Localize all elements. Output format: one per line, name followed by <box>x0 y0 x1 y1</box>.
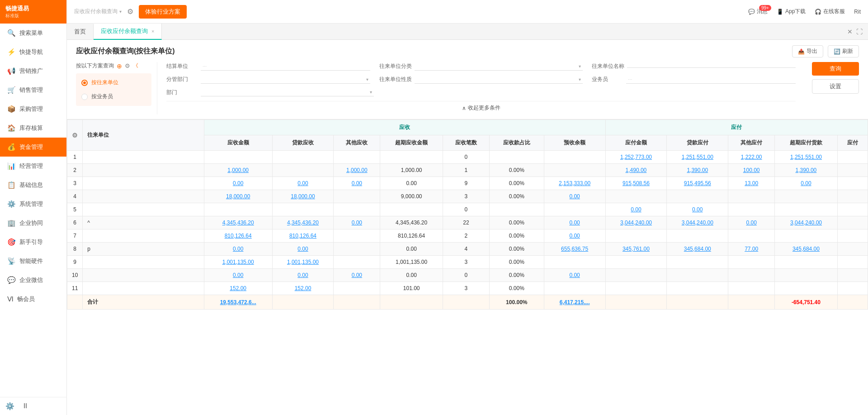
sidebar-item-marketing[interactable]: 📢 营销推广 <box>0 62 66 81</box>
footer-ar-amount[interactable]: 19,553,472,6... <box>204 295 272 310</box>
unit-name-input[interactable] <box>627 65 796 68</box>
tab-ar-query[interactable]: 应收应付余额查询 × <box>94 24 162 40</box>
hardware-icon: 📡 <box>7 257 16 265</box>
user-name[interactable]: Rit <box>854 9 861 15</box>
footer-label: 合计 <box>83 295 204 310</box>
col-ar-overdue: 超期应收金额 <box>380 135 443 151</box>
table-row: 7810,126.64810,126.64810,126.6420.00%0.0… <box>67 229 868 243</box>
sidebar-bottom: ⚙️ ⏸ <box>0 397 66 415</box>
data-table: ⚙ 往来单位 应收 应付 应收金额 贷款应收 其他应收 超期应收金额 应收笔数 <box>67 119 868 310</box>
add-scheme-icon[interactable]: ⊕ <box>117 62 122 70</box>
footer-ar-prepaid[interactable]: 6,417,215.... <box>544 295 605 310</box>
sidebar-item-quick[interactable]: ⚡ 快捷导航 <box>0 43 66 62</box>
unit-nature-input[interactable]: ▾ <box>415 76 583 84</box>
refresh-button[interactable]: 🔄 刷新 <box>828 45 859 57</box>
table-row: 418,000.0018,000.009,000.0030.00%0.00 <box>67 190 868 203</box>
system-icon: ⚙️ <box>7 200 16 208</box>
filter-cell-unit-name: 往来单位名称 <box>592 62 796 71</box>
table-row: 11152.00152.00101.0030.00% <box>67 282 868 295</box>
dept-input[interactable]: ▾ <box>201 76 370 84</box>
wechat-icon: 💬 <box>7 276 16 284</box>
footer-ap-overdue: -654,751.40 <box>775 295 838 310</box>
scheme-option-by-salesman[interactable]: 按业务员 <box>81 91 146 102</box>
top-bar-right: 💬 消息 99+ 📱 App下载 🎧 在线客服 Rit <box>748 8 861 15</box>
col-ar-count: 应收笔数 <box>443 135 490 151</box>
page-title-row: 应收应付余额查询(按往来单位) 📤 导出 🔄 刷新 <box>76 45 859 57</box>
app-download-btn[interactable]: 📱 App下载 <box>777 8 806 15</box>
sidebar-item-finance[interactable]: 💰 资金管理 <box>0 138 66 157</box>
tab-home[interactable]: 首页 <box>67 24 94 39</box>
sidebar-item-hardware[interactable]: 📡 智能硬件 <box>0 252 66 271</box>
collapse-bottom-icon[interactable]: ⏸ <box>22 402 29 410</box>
settings-button[interactable]: 设置 <box>812 79 859 94</box>
col-ar-ratio: 应收款占比 <box>489 135 544 151</box>
sidebar: 畅捷通易 标准版 🔍 搜索菜单 ⚡ 快捷导航 📢 营销推广 🛒 销售管理 📦 采… <box>0 0 67 415</box>
member-icon: Ⅵ <box>7 295 14 303</box>
refresh-icon: 🔄 <box>834 48 840 55</box>
tab-close-icon[interactable]: × <box>151 29 154 34</box>
breadcrumb-chevron: ▾ <box>119 9 122 14</box>
table-row: 6^4,345,436.204,345,436.200.004,345,436.… <box>67 216 868 229</box>
fullscreen-icon[interactable]: ⛶ <box>856 28 863 35</box>
filter-cell-dept: 分管部门 ▾ <box>166 75 370 84</box>
unit-category-input[interactable]: ▾ <box>415 62 583 71</box>
table-row: 21,000.001,000.001,000.0010.00%1,490.001… <box>67 164 868 177</box>
scheme-gear-icon[interactable]: ⚙ <box>125 62 130 69</box>
col-group-ap: 应付 <box>605 120 868 135</box>
settlement-input[interactable]: ··· <box>201 62 370 71</box>
tab-bar: 首页 应收应付余额查询 × ✕ ⛶ <box>67 24 868 40</box>
filter-row3: 部门 ▾ <box>166 88 796 96</box>
chart-icon: 📊 <box>7 162 16 170</box>
table-row: 100.000.000.000.0000.00%0.00 <box>67 269 868 282</box>
solution-button[interactable]: 体验行业方案 <box>139 5 187 19</box>
company-icon: 🏢 <box>7 219 16 227</box>
query-button[interactable]: 查询 <box>812 62 859 76</box>
message-btn[interactable]: 💬 消息 99+ <box>748 8 768 15</box>
sidebar-item-purchase[interactable]: 📦 采购管理 <box>0 100 66 119</box>
sidebar-item-sales[interactable]: 🛒 销售管理 <box>0 81 66 100</box>
cart-icon: 🛒 <box>7 86 16 94</box>
app-name: 畅捷通易 <box>5 5 29 13</box>
export-button[interactable]: 📤 导出 <box>792 45 823 57</box>
content-area: 应收应付余额查询(按往来单位) 📤 导出 🔄 刷新 <box>67 40 868 415</box>
col-ar-prepaid: 预收余额 <box>544 135 605 151</box>
sidebar-item-member[interactable]: Ⅵ 畅会员 <box>0 290 66 309</box>
sidebar-item-inventory[interactable]: 🏠 库存核算 <box>0 119 66 138</box>
close-window-icon[interactable]: ✕ <box>847 28 853 35</box>
sidebar-item-system[interactable]: ⚙️ 系统管理 <box>0 195 66 214</box>
settings-col: ⚙ <box>67 120 83 151</box>
sidebar-item-guide[interactable]: 🎯 新手引导 <box>0 233 66 252</box>
scheme-option-by-unit[interactable]: 按往来单位 <box>81 77 146 88</box>
export-icon: 📤 <box>798 48 805 55</box>
sidebar-item-search[interactable]: 🔍 搜索菜单 <box>0 24 66 43</box>
sidebar-logo: 畅捷通易 标准版 <box>0 0 66 24</box>
guide-icon: 🎯 <box>7 238 16 246</box>
online-service-btn[interactable]: 🎧 在线客服 <box>815 8 845 15</box>
sidebar-item-basic[interactable]: 📋 基础信息 <box>0 176 66 195</box>
sidebar-item-collab[interactable]: 🏢 企业协同 <box>0 214 66 233</box>
settings-bottom-icon[interactable]: ⚙️ <box>5 402 14 410</box>
filter-cell-unit-nature: 往来单位性质 ▾ <box>379 75 583 84</box>
dept2-input[interactable]: ▾ <box>201 88 374 96</box>
lightning-icon: ⚡ <box>7 48 16 56</box>
filter-cell-unit-category: 往来单位分类 ▾ <box>379 62 583 71</box>
col-ap-extra: 应付 <box>837 135 868 151</box>
col-ap-loan: 贷款应付 <box>667 135 728 151</box>
gear-icon[interactable]: ⚙ <box>127 7 133 16</box>
collapse-more-btn[interactable]: ∧ 收起更多条件 <box>166 101 796 114</box>
page-header: 应收应付余额查询(按往来单位) 📤 导出 🔄 刷新 <box>67 40 868 119</box>
table-settings-icon[interactable]: ⚙ <box>72 132 78 139</box>
table-wrapper: ⚙ 往来单位 应收 应付 应收金额 贷款应收 其他应收 超期应收金额 应收笔数 <box>67 119 868 415</box>
page-actions: 📤 导出 🔄 刷新 <box>792 45 859 57</box>
sidebar-item-wechat[interactable]: 💬 企业微信 <box>0 271 66 290</box>
table-row: 30.000.000.000.0090.00%2,153,333.00915,5… <box>67 177 868 190</box>
filter-cell-salesman: 业务员 ··· <box>592 75 796 84</box>
filter-scheme-label: 按以下方案查询 ⊕ ⚙ 《 <box>76 62 151 70</box>
scheme-collapse-icon[interactable]: 《 <box>133 62 138 70</box>
sidebar-item-operations[interactable]: 📊 经营管理 <box>0 157 66 176</box>
tab-bar-actions: ✕ ⛶ <box>842 28 868 35</box>
basic-icon: 📋 <box>7 181 16 189</box>
col-group-ar: 应收 <box>204 120 605 135</box>
salesman-input[interactable]: ··· <box>626 75 796 84</box>
top-bar: 应收应付余额查询 ▾ ⚙ 体验行业方案 💬 消息 99+ 📱 App下载 🎧 在… <box>67 0 868 24</box>
